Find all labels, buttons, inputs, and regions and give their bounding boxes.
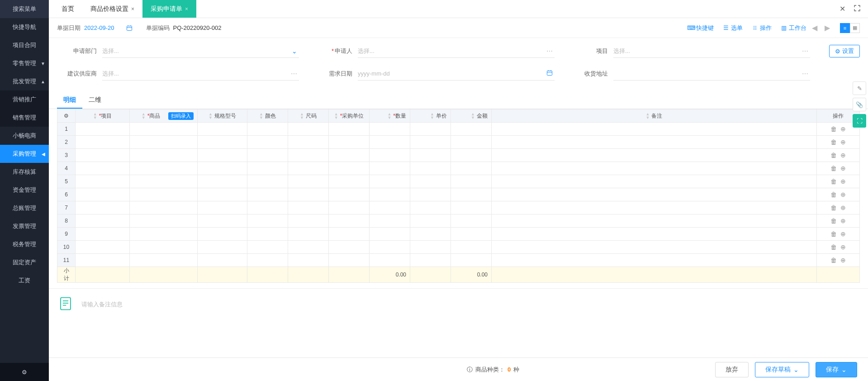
prev-doc-button[interactable]: ◀ — [810, 24, 819, 32]
chevron-down-icon[interactable]: ⌄ — [292, 48, 297, 55]
close-tab-icon[interactable]: ✕ — [840, 5, 845, 13]
table-row[interactable]: 10🗑⊕ — [57, 241, 860, 254]
calendar-icon[interactable] — [546, 70, 553, 77]
delete-row-icon[interactable]: 🗑 — [830, 204, 837, 211]
sidebar-item-15[interactable]: 工资 — [0, 271, 49, 290]
remarks-input[interactable] — [81, 301, 858, 308]
subtab-detail[interactable]: 明细 — [57, 92, 82, 109]
view-grid-button[interactable]: ▦ — [850, 23, 860, 33]
add-row-icon[interactable]: ⊕ — [840, 138, 846, 146]
sidebar-item-1[interactable]: 快捷导航 — [0, 18, 49, 36]
tab-0[interactable]: 首页 — [53, 0, 82, 18]
sidebar-item-12[interactable]: 发票管理 — [0, 217, 49, 235]
save-button[interactable]: 保存⌄ — [816, 362, 857, 377]
table-row[interactable]: 1🗑⊕ — [57, 123, 860, 136]
add-row-icon[interactable]: ⊕ — [840, 217, 846, 224]
col-unit[interactable]: ▲▼*采购单位 — [329, 110, 370, 123]
sidebar-item-3[interactable]: 零售管理▼ — [0, 54, 49, 72]
shortcut-button[interactable]: ⌨快捷键 — [688, 24, 714, 32]
next-doc-button[interactable]: ▶ — [823, 24, 832, 32]
select-doc-button[interactable]: ☰选单 — [723, 24, 743, 32]
close-icon[interactable]: × — [185, 6, 188, 12]
delete-row-icon[interactable]: 🗑 — [830, 257, 837, 264]
fullscreen-icon[interactable] — [854, 5, 861, 13]
more-icon[interactable]: ⋯ — [291, 70, 297, 77]
workbench-button[interactable]: ▥工作台 — [781, 24, 806, 32]
rail-note-button[interactable]: ✎ — [853, 81, 866, 95]
delete-row-icon[interactable]: 🗑 — [830, 178, 837, 185]
sidebar-item-13[interactable]: 税务管理 — [0, 235, 49, 253]
delete-row-icon[interactable]: 🗑 — [830, 125, 837, 133]
sidebar-item-0[interactable]: 搜索菜单 — [0, 0, 49, 18]
add-row-icon[interactable]: ⊕ — [840, 152, 846, 159]
table-row[interactable]: 3🗑⊕ — [57, 149, 860, 162]
settings-button[interactable]: ⚙设置 — [829, 45, 860, 57]
add-row-icon[interactable]: ⊕ — [840, 125, 846, 133]
rail-attach-button[interactable]: 📎 — [853, 98, 866, 111]
sidebar-item-5[interactable]: 营销推广 — [0, 90, 49, 109]
supplier-input[interactable] — [102, 70, 299, 77]
scan-badge[interactable]: 扫码录入 — [168, 112, 194, 120]
close-icon[interactable]: × — [131, 6, 134, 12]
add-row-icon[interactable]: ⊕ — [840, 165, 846, 172]
sidebar-item-9[interactable]: 库存核算 — [0, 163, 49, 181]
table-row[interactable]: 9🗑⊕ — [57, 228, 860, 241]
table-row[interactable]: 5🗑⊕ — [57, 175, 860, 188]
delete-row-icon[interactable]: 🗑 — [830, 165, 837, 172]
applicant-input[interactable] — [358, 48, 555, 54]
col-color[interactable]: ▲▼颜色 — [247, 110, 288, 123]
ship-addr-input[interactable] — [613, 70, 810, 77]
sidebar-item-11[interactable]: 总账管理 — [0, 199, 49, 217]
table-row[interactable]: 8🗑⊕ — [57, 214, 860, 228]
col-spec[interactable]: ▲▼规格型号 — [198, 110, 247, 123]
calendar-icon[interactable] — [126, 25, 133, 31]
table-row[interactable]: 11🗑⊕ — [57, 254, 860, 267]
sidebar-item-7[interactable]: 小畅电商 — [0, 127, 49, 145]
add-row-icon[interactable]: ⊕ — [840, 257, 846, 264]
more-icon[interactable]: ⋯ — [546, 48, 553, 55]
sidebar-settings[interactable]: ⚙ — [0, 363, 49, 381]
table-row[interactable]: 4🗑⊕ — [57, 162, 860, 175]
more-icon[interactable]: ⋯ — [802, 70, 808, 77]
table-row[interactable]: 6🗑⊕ — [57, 188, 860, 201]
col-price[interactable]: ▲▼单价 — [410, 110, 451, 123]
table-row[interactable]: 7🗑⊕ — [57, 201, 860, 214]
apply-dept-input[interactable] — [102, 48, 299, 54]
need-date-input[interactable] — [358, 70, 555, 77]
view-list-button[interactable]: ≡ — [840, 23, 850, 33]
table-settings-button[interactable]: ⚙ — [57, 110, 76, 123]
delete-row-icon[interactable]: 🗑 — [830, 191, 837, 198]
col-amount[interactable]: ▲▼金额 — [451, 110, 492, 123]
project-input[interactable] — [613, 48, 810, 54]
col-remark[interactable]: ▲▼备注 — [492, 110, 817, 123]
sidebar-item-10[interactable]: 资金管理 — [0, 181, 49, 199]
add-row-icon[interactable]: ⊕ — [840, 243, 846, 251]
tab-1[interactable]: 商品价格设置× — [82, 0, 142, 18]
tab-2[interactable]: 采购申请单× — [142, 0, 196, 18]
col-size[interactable]: ▲▼尺码 — [288, 110, 329, 123]
sidebar-item-6[interactable]: 销售管理 — [0, 109, 49, 127]
rail-expand-button[interactable]: ⛶ — [853, 114, 866, 128]
delete-row-icon[interactable]: 🗑 — [830, 230, 837, 238]
col-qty[interactable]: ▲▼*数量 — [370, 110, 410, 123]
sidebar-item-8[interactable]: 采购管理◀ — [0, 145, 49, 163]
table-row[interactable]: 2🗑⊕ — [57, 136, 860, 149]
doc-date-value[interactable]: 2022-09-20 — [84, 24, 114, 31]
add-row-icon[interactable]: ⊕ — [840, 178, 846, 185]
add-row-icon[interactable]: ⊕ — [840, 204, 846, 211]
delete-row-icon[interactable]: 🗑 — [830, 217, 837, 224]
delete-row-icon[interactable]: 🗑 — [830, 138, 837, 146]
save-draft-button[interactable]: 保存草稿⌄ — [755, 362, 809, 377]
sidebar-item-4[interactable]: 批发管理▲ — [0, 72, 49, 90]
operation-button[interactable]: ⁞⁞操作 — [752, 24, 772, 32]
add-row-icon[interactable]: ⊕ — [840, 230, 846, 238]
sidebar-item-2[interactable]: 项目合同 — [0, 36, 49, 54]
sidebar-item-14[interactable]: 固定资产 — [0, 253, 49, 271]
col-product[interactable]: ▲▼*商品扫码录入 — [130, 110, 198, 123]
delete-row-icon[interactable]: 🗑 — [830, 243, 837, 251]
delete-row-icon[interactable]: 🗑 — [830, 152, 837, 159]
abandon-button[interactable]: 放弃 — [715, 362, 749, 377]
more-icon[interactable]: ⋯ — [802, 48, 808, 55]
col-project[interactable]: ▲▼*项目 — [76, 110, 130, 123]
add-row-icon[interactable]: ⊕ — [840, 191, 846, 198]
